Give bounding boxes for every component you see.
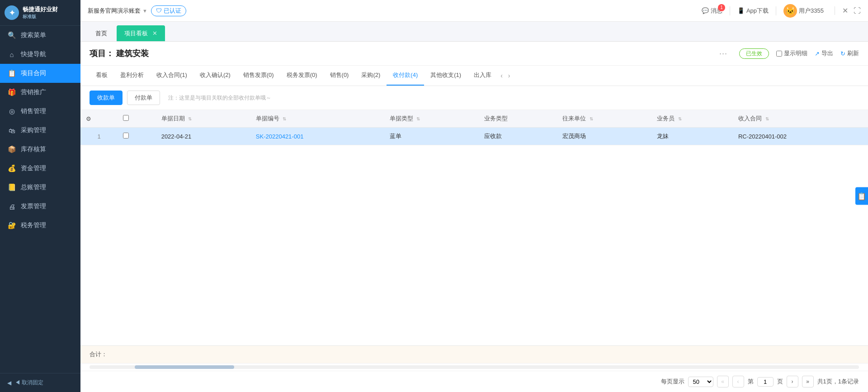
tab-close-icon[interactable]: ✕ bbox=[152, 30, 157, 37]
sidebar-unpin-button[interactable]: ◀ ◀ 取消固定 bbox=[0, 373, 80, 392]
close-window-button[interactable]: ✕ bbox=[842, 6, 848, 15]
search-icon: 🔍 bbox=[7, 31, 16, 39]
sub-nav-income-contract[interactable]: 收入合同(1) bbox=[150, 66, 193, 86]
tab-home[interactable]: 首页 bbox=[88, 25, 115, 41]
col-number[interactable]: 单据编号 ⇅ bbox=[250, 110, 384, 128]
page-prev-button[interactable]: ‹ bbox=[732, 376, 744, 387]
sub-nav-profit[interactable]: 盈利分析 bbox=[114, 66, 150, 86]
sidebar: ✦ 畅捷通好业财 标准版 🔍 搜索菜单 ⌂ 快捷导航 📋 项目合同 🎁 营销推广… bbox=[0, 0, 80, 392]
project-title: 项目： 建筑安装 bbox=[90, 48, 719, 59]
table-row[interactable]: 1 2022-04-21 SK-20220421-001 蓝单 bbox=[80, 128, 868, 145]
sidebar-item-invoice[interactable]: 🖨 发票管理 bbox=[0, 197, 80, 216]
horizontal-scrollbar[interactable] bbox=[80, 363, 868, 371]
col-income-contract[interactable]: 收入合同 ⇅ bbox=[733, 110, 868, 128]
select-all-checkbox[interactable] bbox=[123, 115, 129, 121]
maximize-window-button[interactable]: ⛶ bbox=[854, 7, 861, 15]
sub-nav-receipt[interactable]: 收付款(4) bbox=[387, 66, 424, 86]
user-button[interactable]: 🐱 用户3355 bbox=[783, 4, 824, 18]
sub-nav-inout-label: 出入库 bbox=[474, 72, 491, 78]
per-page-label: 每页显示 bbox=[661, 378, 684, 386]
sub-nav-purchase[interactable]: 采购(2) bbox=[355, 66, 387, 86]
settings-gear-icon[interactable]: ⚙ bbox=[86, 115, 91, 122]
float-action-button[interactable]: 📋 bbox=[855, 187, 868, 205]
sidebar-item-ledger[interactable]: 📒 总账管理 bbox=[0, 178, 80, 197]
sidebar-item-inventory[interactable]: 📦 库存核算 bbox=[0, 140, 80, 159]
app-download-button[interactable]: 📱 App下载 bbox=[737, 7, 769, 15]
sidebar-item-shortcut[interactable]: ⌂ 快捷导航 bbox=[0, 45, 80, 64]
payment-toggle-button[interactable]: 付款单 bbox=[127, 91, 160, 105]
collection-toggle-button[interactable]: 收款单 bbox=[90, 91, 123, 105]
page-first-button[interactable]: « bbox=[717, 376, 729, 387]
row-number-link[interactable]: SK-20220421-001 bbox=[256, 133, 304, 140]
sales-icon: ◎ bbox=[7, 107, 16, 115]
col-biz-type: 业务类型 bbox=[479, 110, 557, 128]
page-next-button[interactable]: › bbox=[787, 376, 798, 387]
export-label: 导出 bbox=[821, 49, 833, 57]
project-actions: ··· 已生效 显示明细 ↗ 导出 ↻ 刷新 bbox=[719, 48, 859, 59]
sub-nav-next-arrow[interactable]: › bbox=[505, 72, 513, 79]
tab-project-board[interactable]: 项目看板 ✕ bbox=[117, 25, 165, 41]
sort-salesman-icon[interactable]: ⇅ bbox=[678, 116, 682, 121]
account-selector[interactable]: 新服务官网演示账套 ▼ bbox=[88, 7, 147, 15]
sub-nav-other-expense[interactable]: 其他收支(1) bbox=[424, 66, 467, 86]
sidebar-item-label-inventory: 库存核算 bbox=[21, 145, 46, 153]
sidebar-item-marketing[interactable]: 🎁 营销推广 bbox=[0, 83, 80, 102]
sub-nav-receipt-label: 收付款(4) bbox=[393, 72, 418, 78]
sidebar-item-search[interactable]: 🔍 搜索菜单 bbox=[0, 26, 80, 45]
sidebar-item-finance[interactable]: 💰 资金管理 bbox=[0, 159, 80, 178]
refresh-button[interactable]: ↻ 刷新 bbox=[840, 49, 859, 57]
sidebar-item-sales[interactable]: ◎ 销售管理 bbox=[0, 102, 80, 121]
row-date-cell: 2022-04-21 bbox=[156, 128, 250, 145]
app-logo-icon: ✦ bbox=[5, 5, 19, 20]
sub-nav-sales-invoice[interactable]: 销售发票(0) bbox=[237, 66, 280, 86]
page-suffix-label: 页 bbox=[777, 378, 783, 386]
row-biz-type-cell: 应收款 bbox=[479, 128, 557, 145]
sidebar-item-project[interactable]: 📋 项目合同 bbox=[0, 64, 80, 83]
row-income-contract: RC-20220401-002 bbox=[738, 133, 787, 140]
per-page-select[interactable]: 50 100 200 bbox=[688, 377, 713, 387]
page-number-input[interactable] bbox=[757, 377, 774, 387]
sort-number-icon[interactable]: ⇅ bbox=[283, 116, 286, 121]
sort-date-icon[interactable]: ⇅ bbox=[188, 116, 192, 121]
row-checkbox[interactable] bbox=[123, 133, 129, 139]
sub-nav-tax-invoice-label: 税务发票(0) bbox=[287, 72, 317, 78]
show-detail-input[interactable] bbox=[776, 51, 782, 57]
show-detail-checkbox[interactable]: 显示明细 bbox=[776, 49, 807, 57]
sub-nav-inout[interactable]: 出入库 bbox=[467, 66, 498, 86]
col-date[interactable]: 单据日期 ⇅ bbox=[156, 110, 250, 128]
sidebar-item-tax[interactable]: 🔐 税务管理 bbox=[0, 216, 80, 235]
sort-type-icon[interactable]: ⇅ bbox=[416, 116, 420, 121]
account-dropdown-arrow: ▼ bbox=[142, 8, 147, 14]
sub-nav-other-expense-label: 其他收支(1) bbox=[430, 72, 461, 78]
gift-icon: 🎁 bbox=[7, 88, 16, 96]
col-partner[interactable]: 往来单位 ⇅ bbox=[557, 110, 651, 128]
col-income-contract-label: 收入合同 bbox=[738, 115, 762, 122]
sort-partner-icon[interactable]: ⇅ bbox=[590, 116, 593, 121]
sub-nav: 看板 盈利分析 收入合同(1) 收入确认(2) 销售发票(0) 税务发票(0) … bbox=[80, 66, 868, 86]
sub-nav-sales[interactable]: 销售(0) bbox=[324, 66, 355, 86]
project-more-button[interactable]: ··· bbox=[719, 49, 727, 58]
sidebar-item-label-sales: 销售管理 bbox=[21, 107, 46, 115]
refresh-label: 刷新 bbox=[847, 49, 859, 57]
col-settings[interactable]: ⚙ bbox=[80, 110, 118, 128]
export-button[interactable]: ↗ 导出 bbox=[815, 49, 833, 57]
sub-nav-kanban[interactable]: 看板 bbox=[90, 66, 114, 86]
project-header: 项目： 建筑安装 ··· 已生效 显示明细 ↗ 导出 ↻ 刷新 bbox=[80, 42, 868, 66]
sidebar-footer-label: ◀ 取消固定 bbox=[15, 379, 43, 387]
shield-icon: 🛡 bbox=[156, 7, 162, 14]
page-last-button[interactable]: » bbox=[802, 376, 814, 387]
sort-income-contract-icon[interactable]: ⇅ bbox=[765, 116, 769, 121]
messages-badge: 1 bbox=[718, 4, 725, 11]
scroll-thumb[interactable] bbox=[135, 365, 234, 369]
sub-nav-income-confirm[interactable]: 收入确认(2) bbox=[193, 66, 237, 86]
row-partner-cell: 宏茂商场 bbox=[557, 128, 651, 145]
sidebar-item-label-invoice: 发票管理 bbox=[21, 202, 46, 210]
show-detail-label: 显示明细 bbox=[784, 49, 807, 57]
sidebar-item-purchase[interactable]: 🛍 采购管理 bbox=[0, 121, 80, 140]
col-salesman[interactable]: 业务员 ⇅ bbox=[651, 110, 733, 128]
topbar-left: 新服务官网演示账套 ▼ 🛡 已认证 bbox=[88, 5, 186, 16]
sub-nav-tax-invoice[interactable]: 税务发票(0) bbox=[280, 66, 324, 86]
col-type[interactable]: 单据类型 ⇅ bbox=[384, 110, 479, 128]
messages-button[interactable]: 💬 消息 1 bbox=[702, 7, 722, 15]
sub-nav-prev-arrow[interactable]: ‹ bbox=[498, 72, 505, 79]
